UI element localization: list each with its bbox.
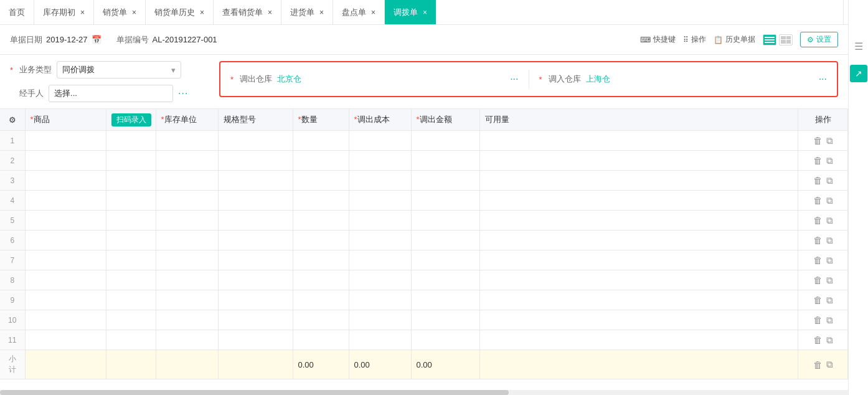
row-product-4[interactable]: [25, 191, 106, 211]
operations-button[interactable]: ⠿ 操作: [683, 34, 706, 45]
row-amount-7[interactable]: [411, 250, 479, 270]
copy-icon-5[interactable]: ⧉: [826, 215, 833, 226]
row-cost-9[interactable]: [349, 290, 411, 310]
row-unit-10[interactable]: [156, 310, 218, 330]
delete-icon-2[interactable]: 🗑: [813, 155, 823, 166]
copy-icon-3[interactable]: ⧉: [826, 175, 833, 186]
row-spec-7[interactable]: [218, 250, 293, 270]
table-scroll[interactable]: ⚙ *商品 扫码录入 *库存单位 规格型号 *数量 *调出成本 *调出金额: [0, 109, 848, 390]
handler-ellipsis[interactable]: ···: [178, 88, 188, 99]
copy-icon-7[interactable]: ⧉: [826, 255, 833, 266]
row-product-9[interactable]: [25, 290, 106, 310]
row-product-5[interactable]: [25, 211, 106, 231]
copy-icon-4[interactable]: ⧉: [826, 195, 833, 206]
delete-icon-10[interactable]: 🗑: [813, 315, 823, 325]
row-cost-10[interactable]: [349, 310, 411, 330]
row-unit-9[interactable]: [156, 290, 218, 310]
row-product-6[interactable]: [25, 231, 106, 250]
row-qty-7[interactable]: [293, 250, 349, 270]
sidebar-export-icon[interactable]: ↗: [850, 65, 867, 82]
tab-close-sales-order[interactable]: ×: [132, 8, 136, 17]
row-qty-3[interactable]: [293, 171, 349, 191]
row-product-10[interactable]: [25, 310, 106, 330]
row-product-1[interactable]: [25, 131, 106, 151]
tab-close-sales-history[interactable]: ×: [200, 8, 204, 17]
tab-close-inventory-init[interactable]: ×: [80, 8, 85, 17]
row-unit-5[interactable]: [156, 211, 218, 231]
delete-icon-6[interactable]: 🗑: [813, 235, 823, 245]
copy-icon-1[interactable]: ⧉: [826, 135, 833, 146]
col-gear[interactable]: ⚙: [0, 109, 25, 131]
row-amount-6[interactable]: [411, 231, 479, 250]
row-unit-6[interactable]: [156, 231, 218, 250]
row-product-3[interactable]: [25, 171, 106, 191]
row-product-11[interactable]: [25, 330, 106, 350]
history-button[interactable]: 📋 历史单据: [714, 34, 755, 45]
row-cost-5[interactable]: [349, 211, 411, 231]
copy-icon-9[interactable]: ⧉: [826, 295, 833, 306]
row-spec-6[interactable]: [218, 231, 293, 250]
delete-icon-5[interactable]: 🗑: [813, 215, 823, 226]
tab-view-sales[interactable]: 查看销货单 ×: [214, 0, 281, 24]
tab-close-view-sales[interactable]: ×: [268, 8, 272, 17]
row-cost-4[interactable]: [349, 191, 411, 211]
row-unit-3[interactable]: [156, 171, 218, 191]
sidebar-list-icon[interactable]: ☰: [850, 37, 867, 55]
row-cost-2[interactable]: [349, 151, 411, 171]
row-spec-5[interactable]: [218, 211, 293, 231]
row-qty-4[interactable]: [293, 191, 349, 211]
row-product-7[interactable]: [25, 250, 106, 270]
row-unit-7[interactable]: [156, 250, 218, 270]
row-spec-9[interactable]: [218, 290, 293, 310]
delete-icon-9[interactable]: 🗑: [813, 295, 823, 305]
out-warehouse-ellipsis[interactable]: ···: [510, 74, 518, 85]
row-cost-8[interactable]: [349, 270, 411, 290]
row-qty-8[interactable]: [293, 270, 349, 290]
tab-stocktake[interactable]: 盘点单 ×: [333, 0, 385, 24]
row-qty-11[interactable]: [293, 330, 349, 350]
col-scan[interactable]: 扫码录入: [106, 109, 156, 131]
delete-icon-8[interactable]: 🗑: [813, 275, 823, 285]
copy-icon-8[interactable]: ⧉: [826, 275, 833, 286]
calendar-icon[interactable]: 📅: [92, 35, 101, 44]
row-qty-10[interactable]: [293, 310, 349, 330]
row-spec-1[interactable]: [218, 131, 293, 151]
shortcuts-button[interactable]: ⌨ 快捷键: [640, 34, 676, 45]
row-spec-2[interactable]: [218, 151, 293, 171]
copy-icon-6[interactable]: ⧉: [826, 235, 833, 246]
setting-button[interactable]: ⚙ 设置: [800, 32, 838, 47]
row-qty-5[interactable]: [293, 211, 349, 231]
tab-close-transfer[interactable]: ×: [423, 8, 427, 17]
row-qty-1[interactable]: [293, 131, 349, 151]
copy-icon-2[interactable]: ⧉: [826, 155, 833, 166]
tab-inventory-init[interactable]: 库存期初 ×: [34, 0, 94, 24]
copy-icon-10[interactable]: ⧉: [826, 315, 833, 326]
row-spec-4[interactable]: [218, 191, 293, 211]
scroll-thumb[interactable]: [0, 390, 509, 395]
handler-select[interactable]: 选择...: [49, 85, 173, 102]
tab-sales-history[interactable]: 销货单历史 ×: [146, 0, 214, 24]
tab-transfer[interactable]: 调拨单 ×: [385, 0, 436, 24]
in-warehouse-ellipsis[interactable]: ···: [819, 74, 827, 85]
row-unit-1[interactable]: [156, 131, 218, 151]
row-spec-10[interactable]: [218, 310, 293, 330]
row-cost-7[interactable]: [349, 250, 411, 270]
row-unit-4[interactable]: [156, 191, 218, 211]
tab-sales-order[interactable]: 销货单 ×: [94, 0, 146, 24]
subtotal-delete-icon[interactable]: 🗑: [813, 359, 823, 370]
row-amount-1[interactable]: [411, 131, 479, 151]
row-spec-3[interactable]: [218, 171, 293, 191]
tab-purchase-order[interactable]: 进货单 ×: [281, 0, 333, 24]
row-amount-11[interactable]: [411, 330, 479, 350]
row-qty-9[interactable]: [293, 290, 349, 310]
delete-icon-7[interactable]: 🗑: [813, 255, 823, 265]
tab-close-stocktake[interactable]: ×: [371, 8, 375, 17]
delete-icon-1[interactable]: 🗑: [813, 135, 823, 146]
layout-split-icon[interactable]: [779, 34, 793, 45]
delete-icon-4[interactable]: 🗑: [813, 195, 823, 206]
row-amount-2[interactable]: [411, 151, 479, 171]
subtotal-copy-icon[interactable]: ⧉: [826, 359, 833, 370]
delete-icon-3[interactable]: 🗑: [813, 175, 823, 186]
row-amount-9[interactable]: [411, 290, 479, 310]
row-spec-11[interactable]: [218, 330, 293, 350]
